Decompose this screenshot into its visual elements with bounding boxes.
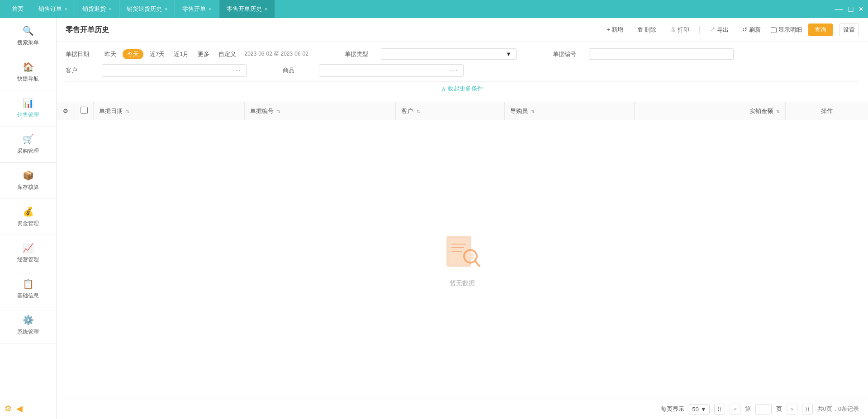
current-page-input[interactable]: 1: [755, 404, 772, 414]
print-button[interactable]: 🖨 打印: [666, 24, 693, 36]
show-detail-checkbox[interactable]: 显示明细: [771, 26, 802, 34]
last-page-button[interactable]: ⟩⟩: [802, 404, 813, 414]
tab-home[interactable]: 首页: [5, 0, 31, 18]
empty-text: 暂无数据: [450, 279, 475, 287]
customer-dots: ···: [233, 66, 242, 75]
doc-no-input[interactable]: [589, 48, 734, 60]
sidebar-item-inventory[interactable]: 📦 库存核算: [0, 163, 56, 199]
product-input[interactable]: ···: [319, 64, 464, 77]
show-detail-input[interactable]: [771, 27, 777, 33]
sidebar-item-operations[interactable]: 📈 经营管理: [0, 235, 56, 271]
prev-page-button[interactable]: ＜: [730, 404, 740, 414]
header-actions: + 新增 🗑 删除 🖨 打印 ↗ 导出 ↺ 刷新 显示明细 查询 设置: [603, 24, 859, 36]
add-button[interactable]: + 新增: [603, 24, 627, 36]
collapse-bar[interactable]: ∧ 收起更多条件: [66, 81, 859, 95]
sidebar-item-inventory-label: 库存核算: [17, 184, 39, 191]
date-range: 2023-06-02 至 2023-06-02: [244, 50, 308, 58]
sidebar-item-sales-mgmt[interactable]: 📊 销售管理: [0, 90, 56, 127]
system-icon: ⚙️: [23, 315, 34, 325]
nav-maximize-icon[interactable]: □: [849, 5, 854, 14]
date-option-1month[interactable]: 近1月: [171, 49, 191, 59]
date-option-7days[interactable]: 近7天: [147, 49, 167, 59]
customer-input[interactable]: ···: [102, 64, 247, 77]
sidebar-item-purchase-mgmt[interactable]: 🛒 采购管理: [0, 127, 56, 163]
th-customer-label: 客户: [401, 108, 413, 114]
tab-sales-order[interactable]: 销售订单 ×: [31, 0, 75, 18]
close-retail-open-history-icon[interactable]: ×: [265, 6, 267, 12]
tab-sales-return[interactable]: 销货退货 ×: [75, 0, 119, 18]
svg-point-6: [466, 252, 474, 260]
th-date-label: 单据日期: [99, 108, 123, 114]
close-sales-order-icon[interactable]: ×: [65, 6, 67, 12]
page-size-chevron: ▼: [701, 406, 707, 413]
date-label: 单据日期: [66, 50, 93, 58]
main-layout: 🔍 搜索采单 🏠 快捷导航 📊 销售管理 🛒 采购管理 📦 库存核算 💰 资金管…: [0, 18, 868, 419]
date-option-more[interactable]: 更多: [195, 49, 212, 59]
sales-mgmt-icon: 📊: [23, 98, 34, 108]
query-button[interactable]: 查询: [808, 24, 833, 36]
basic-info-icon: 📋: [23, 278, 34, 289]
sidebar-item-basic-info[interactable]: 📋 基础信息: [0, 271, 56, 307]
sort-date-icon[interactable]: ⇅: [126, 109, 129, 114]
th-customer: 客户 ⇅: [396, 102, 504, 120]
product-label: 商品: [283, 66, 310, 75]
chevron-up-icon: ∧: [441, 85, 446, 92]
sort-guide-icon[interactable]: ⇅: [531, 109, 535, 114]
first-page-button[interactable]: ⟨⟨: [714, 404, 725, 414]
filter-row-1: 单据日期 昨天 今天 近7天 近1月 更多 自定义 2023-06-02 至 2…: [66, 48, 859, 60]
customer-label: 客户: [66, 66, 93, 75]
close-sales-return-history-icon[interactable]: ×: [165, 6, 167, 12]
date-option-yesterday[interactable]: 昨天: [102, 49, 119, 59]
date-option-today[interactable]: 今天: [123, 49, 143, 59]
sidebar-item-purchase-mgmt-label: 采购管理: [17, 147, 39, 155]
operations-icon: 📈: [23, 242, 34, 253]
empty-illustration: [440, 231, 485, 272]
inventory-icon: 📦: [23, 170, 34, 181]
product-dots: ···: [450, 66, 459, 75]
tab-retail-open-history-label: 零售开单历史: [227, 5, 262, 13]
sidebar-item-sales-mgmt-label: 销售管理: [17, 111, 39, 119]
th-actions: 操作: [786, 102, 868, 120]
tab-retail-open-history[interactable]: 零售开单历史 ×: [219, 0, 275, 18]
sort-customer-icon[interactable]: ⇅: [417, 109, 420, 114]
tab-sales-return-history[interactable]: 销货退货历史 ×: [119, 0, 175, 18]
close-retail-open-icon[interactable]: ×: [209, 6, 211, 12]
next-page-button[interactable]: ＞: [787, 404, 797, 414]
th-doc-no-label: 单据编号: [250, 108, 274, 114]
sidebar-item-quick-nav-label: 快捷导航: [17, 75, 39, 83]
th-doc-no: 单据编号 ⇅: [244, 102, 395, 120]
sort-doc-no-icon[interactable]: ⇅: [277, 109, 280, 114]
sidebar-item-system[interactable]: ⚙️ 系统管理: [0, 307, 56, 344]
search-purchase-icon: 🔍: [23, 25, 34, 36]
th-checkbox: [75, 102, 93, 120]
sidebar-item-search-purchase[interactable]: 🔍 搜索采单: [0, 18, 56, 54]
page-size-value: 50: [692, 406, 698, 413]
table-header-row: ⚙ 单据日期 ⇅ 单据编号 ⇅: [57, 102, 868, 120]
th-gear: ⚙: [57, 102, 75, 120]
collapse-sidebar-icon[interactable]: ◀: [16, 404, 23, 414]
quick-nav-icon: 🏠: [23, 61, 34, 72]
page-size-select[interactable]: 50 ▼: [689, 404, 709, 414]
tab-retail-open[interactable]: 零售开单 ×: [175, 0, 219, 18]
settings-icon[interactable]: ⚙: [5, 404, 12, 414]
close-sales-return-icon[interactable]: ×: [109, 6, 111, 12]
doc-type-select[interactable]: ▼: [381, 48, 517, 60]
gear-icon[interactable]: ⚙: [63, 108, 68, 114]
refresh-button[interactable]: ↺ 刷新: [739, 24, 764, 36]
sidebar-item-finance[interactable]: 💰 资金管理: [0, 199, 56, 235]
nav-close-icon[interactable]: ×: [859, 5, 863, 14]
tab-home-label: 首页: [12, 5, 24, 13]
sidebar-item-finance-label: 资金管理: [17, 220, 39, 227]
settings-button[interactable]: 设置: [839, 24, 859, 36]
nav-minimize-icon[interactable]: —: [835, 5, 843, 14]
sidebar-item-system-label: 系统管理: [17, 328, 39, 336]
date-option-custom[interactable]: 自定义: [216, 49, 239, 59]
table-area: ⚙ 单据日期 ⇅ 单据编号 ⇅: [57, 102, 868, 419]
doc-type-label: 单据类型: [345, 50, 372, 58]
sort-amount-icon[interactable]: ⇅: [776, 109, 780, 114]
delete-button[interactable]: 🗑 删除: [634, 24, 660, 36]
select-all-checkbox[interactable]: [81, 107, 88, 114]
export-button[interactable]: ↗ 导出: [706, 24, 733, 36]
sidebar-item-quick-nav[interactable]: 🏠 快捷导航: [0, 54, 56, 90]
page-unit: 页: [776, 405, 782, 413]
